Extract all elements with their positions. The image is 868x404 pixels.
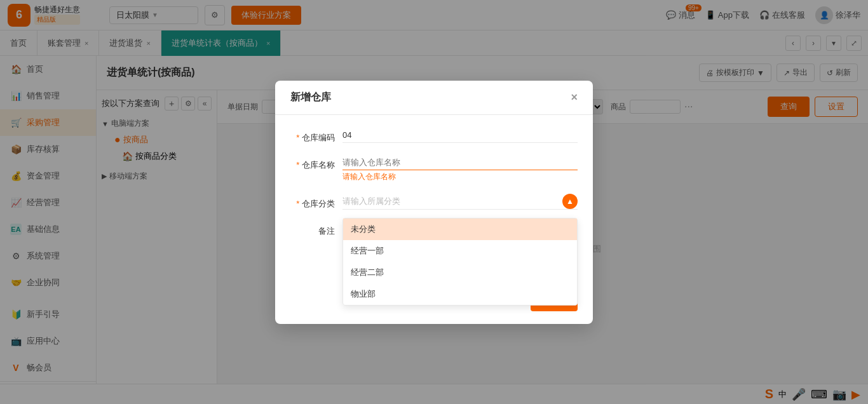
- code-input[interactable]: [342, 128, 578, 143]
- dropdown-arrow-icon: ▲: [562, 194, 578, 209]
- note-label: 备注: [290, 221, 335, 237]
- dropdown-option-0[interactable]: 未分类: [343, 219, 577, 240]
- dialog-header: 新增仓库 ×: [275, 81, 593, 115]
- form-row-name: * 仓库名称 请输入仓库名称: [290, 155, 578, 182]
- dialog-close-button[interactable]: ×: [571, 91, 578, 103]
- dropdown-option-1[interactable]: 经营一部: [343, 240, 577, 262]
- dropdown-option-2[interactable]: 经营二部: [343, 262, 577, 283]
- category-dropdown-menu: 未分类 经营一部 经营二部 物业部: [342, 218, 578, 306]
- dropdown-option-3[interactable]: 物业部: [343, 283, 577, 305]
- form-row-category: * 仓库分类 请输入所属分类 ▲ 未分类 经营一部 经营二部 物业部: [290, 194, 578, 210]
- name-label: * 仓库名称: [290, 155, 335, 171]
- form-row-code: * 仓库编码: [290, 128, 578, 144]
- code-label: * 仓库编码: [290, 128, 335, 144]
- new-warehouse-dialog: 新增仓库 × * 仓库编码 * 仓库名称: [275, 81, 593, 324]
- category-dropdown[interactable]: 请输入所属分类 ▲: [342, 194, 578, 210]
- category-label: * 仓库分类: [290, 194, 335, 210]
- category-placeholder: 请输入所属分类: [342, 196, 400, 207]
- dialog-body: * 仓库编码 * 仓库名称 请输入仓库名称: [275, 115, 593, 283]
- dialog-title: 新增仓库: [290, 91, 331, 104]
- modal-overlay[interactable]: 新增仓库 × * 仓库编码 * 仓库名称: [0, 0, 868, 404]
- name-error-message: 请输入仓库名称: [342, 172, 578, 182]
- name-input[interactable]: [342, 155, 578, 170]
